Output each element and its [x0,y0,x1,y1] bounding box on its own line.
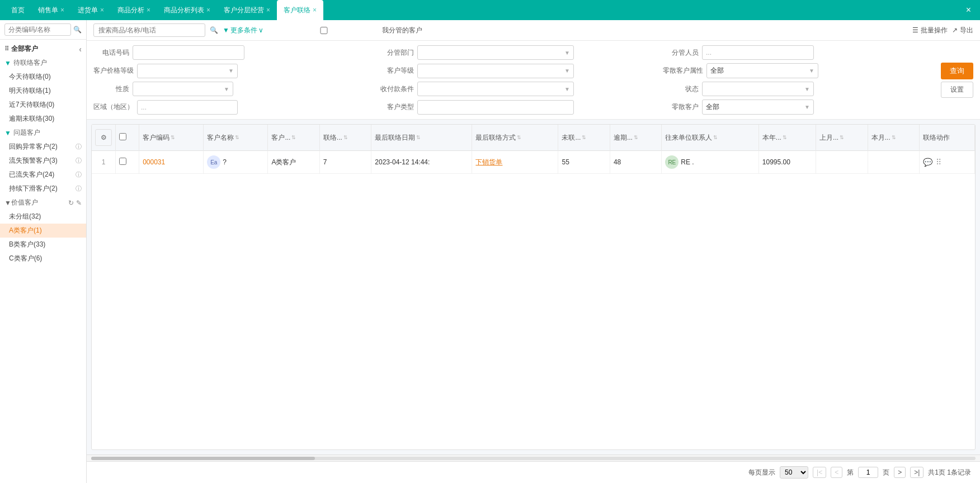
sidebar-item-today[interactable]: 今天待联络(0) [0,70,86,84]
phone-input[interactable] [133,45,244,60]
td-last-month [816,151,868,174]
dept-select[interactable]: ▼ [417,45,574,60]
scattered-attr-select[interactable]: 全部 ▼ [706,63,818,78]
nav-sales[interactable]: 销售单 × [31,0,71,20]
region-input[interactable]: ... [137,100,238,115]
group-pending-contact[interactable]: ▼ 待联络客户 [0,56,86,70]
all-customers-header[interactable]: ⠿ 全部客户 ‹ [0,40,86,56]
th-this-month[interactable]: 本月...⇅ [868,125,919,151]
group-value-customers-header[interactable]: ▼ 价值客户 ↻ ✎ [0,196,86,210]
customer-type-input[interactable] [417,100,574,115]
th-code[interactable]: 客户编码⇅ [139,125,204,151]
scattered-customer-select[interactable]: 全部 ▼ [702,100,814,115]
price-level-select[interactable]: ▼ [137,64,238,78]
nav-purchase-close[interactable]: × [100,6,104,14]
search-button[interactable]: 🔍 [210,26,218,34]
td-last-contact-method[interactable]: 下销货单 [472,151,558,174]
prev-page-btn[interactable]: < [831,467,842,478]
search-input[interactable] [93,23,205,37]
my-customers-checkbox-label[interactable]: 我分管的客户 [268,26,422,35]
td-checkbox[interactable] [116,151,139,174]
select-all-checkbox[interactable] [119,133,126,140]
td-actions: 💬 ⠿ [919,151,974,174]
scrollbar-thumb[interactable] [91,457,315,460]
page-number-input[interactable] [858,467,878,478]
nav-customer-contact-close[interactable]: × [313,6,317,14]
th-overdue[interactable]: 逾期...⇅ [610,125,661,151]
th-settings[interactable]: ⚙ [92,125,116,151]
settings-button[interactable]: 设置 [941,82,973,98]
sidebar: 🔍 ⠿ 全部客户 ‹ ▼ 待联络客户 今天待联络(0) 明天待联络(1) 近7天… [0,20,87,483]
sidebar-item-7days[interactable]: 近7天待联络(0) [0,98,86,112]
refresh-icon[interactable]: ↻ [68,199,74,207]
batch-op-button[interactable]: ☰ 批量操作 [912,26,948,35]
next-page-btn[interactable]: > [894,467,906,478]
nav-customer-seg-close[interactable]: × [266,6,270,14]
page-size-select[interactable]: 50 100 [780,466,808,479]
nav-sales-close[interactable]: × [60,6,64,14]
sidebar-item-overdue[interactable]: 逾期未联络(30) [0,112,86,126]
td-code[interactable]: 000031 [139,151,204,174]
nav-product-analysis[interactable]: 商品分析 × [111,0,157,20]
filter-phone: 电话号码 [93,45,367,60]
sidebar-item-b-class[interactable]: B类客户(33) [0,238,86,252]
th-last-contact-date[interactable]: 最后联络日期⇅ [371,125,472,151]
nav-purchase[interactable]: 进货单 × [71,0,111,20]
th-this-year[interactable]: 本年...⇅ [758,125,816,151]
nav-customer-contact[interactable]: 客户联络 × [277,0,323,20]
sidebar-item-a-class[interactable]: A类客户(1) [0,224,86,238]
settings-gear-icon[interactable]: ⚙ [95,129,112,146]
chat-icon[interactable]: 💬 [923,158,932,167]
nav-product-analysis-close[interactable]: × [147,6,150,14]
td-index: 1 [92,151,116,174]
th-name[interactable]: 客户名称⇅ [204,125,268,151]
filter-dept: 分管部门 ▼ [378,45,652,60]
phone-label: 电话号码 [93,48,133,58]
nav-product-list[interactable]: 商品分析列表 × [157,0,217,20]
th-checkbox[interactable] [116,125,139,151]
my-customers-checkbox[interactable] [268,27,380,34]
th-contact-count[interactable]: 联络...⇅ [319,125,371,151]
sidebar-search-icon[interactable]: 🔍 [73,26,82,34]
nav-product-list-close[interactable]: × [206,6,210,14]
sidebar-item-abnormal[interactable]: 回购异常客户(2) ⓘ [0,140,86,154]
nature-select[interactable]: ▼ [133,82,233,96]
edit-icon[interactable]: ✎ [76,199,82,207]
th-contact-person[interactable]: 往来单位联系人⇅ [662,125,759,151]
row-checkbox[interactable] [119,158,126,165]
first-page-btn[interactable]: |< [813,467,826,478]
filter-customer-type: 客户类型 [378,100,652,115]
customer-level-select[interactable]: ▼ [417,64,574,78]
filter-region: 区域（地区） ... [93,100,367,115]
qr-icon[interactable]: ⠿ [936,158,941,167]
th-last-month[interactable]: 上月...⇅ [816,125,868,151]
nav-customer-seg[interactable]: 客户分层经营 × [217,0,277,20]
nature-label: 性质 [93,84,133,94]
horizontal-scrollbar[interactable] [87,454,980,461]
sidebar-item-ungroup[interactable]: 未分组(32) [0,210,86,224]
last-page-btn[interactable]: >| [910,467,924,478]
window-close[interactable]: × [962,5,976,15]
sidebar-item-churn-warning[interactable]: 流失预警客户(3) ⓘ [0,154,86,168]
sidebar-item-c-class[interactable]: C类客户(6) [0,252,86,266]
th-customer-type[interactable]: 客户...⇅ [268,125,319,151]
sidebar-search-input[interactable] [4,23,71,36]
group-problem-customers[interactable]: ▼ 问题客户 [0,126,86,140]
filter-nature: 性质 ▼ [93,82,367,96]
payment-select[interactable]: ▼ [417,82,574,96]
last-contact-link[interactable]: 下销货单 [475,158,502,166]
status-select[interactable]: ▼ [702,82,814,96]
export-button[interactable]: ↗ 导出 [952,26,973,35]
info-icon-churned: ⓘ [76,171,82,179]
sidebar-item-churned[interactable]: 已流失客户(24) ⓘ [0,168,86,182]
sidebar-item-tomorrow[interactable]: 明天待联络(1) [0,84,86,98]
sidebar-collapse-btn[interactable]: ‹ [79,45,82,54]
person-input[interactable]: ... [702,45,814,60]
th-last-contact-method[interactable]: 最后联络方式⇅ [472,125,558,151]
query-button[interactable]: 查询 [941,63,973,79]
more-filters-button[interactable]: ▼ 更多条件 ∨ [223,26,263,35]
td-name[interactable]: Ea ? [204,151,268,174]
th-no-contact[interactable]: 未联...⇅ [558,125,610,151]
sidebar-item-declining[interactable]: 持续下滑客户(2) ⓘ [0,182,86,196]
nav-home[interactable]: 首页 [4,0,31,20]
